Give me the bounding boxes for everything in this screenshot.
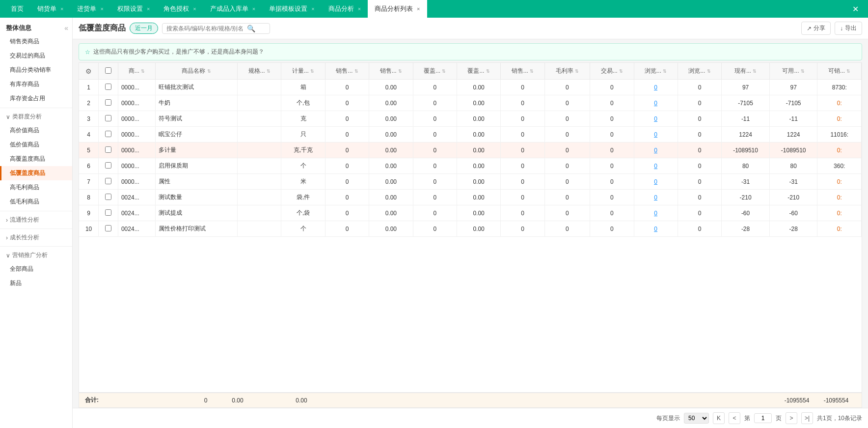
cell-view1[interactable]: 0 (634, 205, 678, 221)
cell-view1[interactable]: 0 (634, 95, 678, 111)
cell-view1[interactable]: 0 (634, 158, 678, 174)
nav-template-settings[interactable]: 单据模板设置 × (262, 0, 321, 18)
sidebar-item-all-goods[interactable]: 全部商品 (0, 262, 72, 276)
select-all-checkbox[interactable] (105, 67, 111, 74)
sidebar-group-marketing[interactable]: ∨ 营销推广分析 (0, 249, 72, 262)
cell-view1[interactable]: 0 (634, 143, 678, 158)
sidebar-collapse-button[interactable]: « (64, 24, 68, 32)
nav-product-analysis-list[interactable]: 商品分析列表 × (368, 0, 427, 18)
cell-checkbox[interactable] (99, 111, 118, 127)
cell-code: 0024... (118, 221, 155, 237)
nav-product-analysis[interactable]: 商品分析 × (322, 0, 368, 18)
sidebar-group-growth[interactable]: › 成长性分析 (0, 231, 72, 244)
cell-view1[interactable]: 0 (634, 221, 678, 237)
period-button[interactable]: 近一月 (130, 23, 158, 34)
last-page-button[interactable]: >| (801, 412, 813, 424)
col-stock3[interactable]: 可销... ⇅ (817, 63, 862, 80)
sidebar-item-low-value[interactable]: 低价值商品 (0, 138, 72, 152)
sidebar-item-category-rate[interactable]: 商品分类动销率 (0, 63, 72, 77)
prev-page-button[interactable]: < (729, 412, 740, 424)
page-size-select[interactable]: 50 100 200 (684, 413, 709, 424)
search-input[interactable] (166, 25, 245, 32)
sidebar-item-high-margin[interactable]: 高毛利商品 (0, 180, 72, 195)
cell-checkbox[interactable] (99, 158, 118, 174)
export-button[interactable]: ↓ 导出 (835, 22, 862, 35)
sidebar-item-new-goods[interactable]: 新品 (0, 276, 72, 290)
col-stock2[interactable]: 可用... ⇅ (769, 63, 817, 80)
col-trade[interactable]: 交易... ⇅ (590, 63, 634, 80)
sidebar-item-capital[interactable]: 库存资金占用 (0, 91, 72, 106)
close-product-analysis-icon[interactable]: × (358, 0, 361, 18)
settings-gear-icon[interactable]: ⚙ (85, 67, 92, 75)
sidebar-item-in-stock[interactable]: 有库存商品 (0, 77, 72, 91)
col-cov2[interactable]: 覆盖... ⇅ (457, 63, 500, 80)
col-sales-qty[interactable]: 销售... ⇅ (325, 63, 369, 80)
cell-checkbox[interactable] (99, 95, 118, 111)
nav-permissions[interactable]: 权限设置 × (110, 0, 157, 18)
sidebar-item-low-margin[interactable]: 低毛利商品 (0, 195, 72, 209)
col-code[interactable]: 商... ⇅ (118, 63, 155, 80)
next-page-button[interactable]: > (786, 412, 797, 424)
cell-view1[interactable]: 0 (634, 80, 678, 95)
close-role-auth-icon[interactable]: × (193, 0, 196, 18)
cell-view1[interactable]: 0 (634, 190, 678, 205)
page-number-input[interactable] (754, 413, 772, 423)
cell-checkbox[interactable] (99, 80, 118, 95)
content-header: 低覆盖度商品 近一月 🔍 ↗ 分享 ↓ 导出 (73, 18, 868, 39)
col-view1[interactable]: 浏览... ⇅ (634, 63, 678, 80)
cell-view1[interactable]: 0 (634, 111, 678, 127)
nav-sales-order[interactable]: 销货单 × (30, 0, 70, 18)
cell-checkbox[interactable] (99, 174, 118, 190)
col-cov1[interactable]: 覆盖... ⇅ (413, 63, 457, 80)
cell-stock1: -60 (722, 205, 770, 221)
cell-sales-amt: 0.00 (369, 158, 413, 174)
nav-purchase-order[interactable]: 进货单 × (70, 0, 110, 18)
share-button[interactable]: ↗ 分享 (801, 22, 831, 35)
cell-sales-amt: 0.00 (369, 190, 413, 205)
close-permissions-icon[interactable]: × (147, 0, 150, 18)
cell-code: 0000... (118, 80, 155, 95)
cell-sales-amt: 0.00 (369, 111, 413, 127)
sidebar-item-low-coverage[interactable]: 低覆盖度商品 (0, 166, 72, 180)
col-view2[interactable]: 浏览... ⇅ (678, 63, 721, 80)
cell-trade: 0 (590, 190, 634, 205)
nav-role-auth[interactable]: 角色授权 × (157, 0, 203, 18)
col-name[interactable]: 商品名称 ⇅ (156, 63, 238, 80)
sidebar-group-liquidity[interactable]: › 流通性分析 (0, 213, 72, 227)
col-margin[interactable]: 毛利率 ⇅ (544, 63, 590, 80)
first-page-button[interactable]: K (713, 412, 725, 424)
close-purchase-order-icon[interactable]: × (100, 0, 103, 18)
col-spec[interactable]: 规格... ⇅ (238, 63, 281, 80)
sidebar-item-traded-goods[interactable]: 交易过的商品 (0, 49, 72, 63)
cell-code: 0000... (118, 111, 155, 127)
info-banner: ☆ 这些商品只有很少客户购买过，是推广不够，还是商品本身问题？ (79, 43, 862, 60)
col-settings[interactable]: ⚙ (79, 63, 99, 80)
col-checkbox[interactable] (99, 63, 118, 80)
cell-view1[interactable]: 0 (634, 127, 678, 143)
sidebar-item-sales-goods[interactable]: 销售类商品 (0, 34, 72, 49)
cell-unit: 箱 (281, 80, 325, 95)
close-product-inbound-icon[interactable]: × (252, 0, 255, 18)
cell-name: 测试数量 (156, 190, 238, 205)
cell-checkbox[interactable] (99, 127, 118, 143)
close-product-analysis-list-icon[interactable]: × (417, 0, 420, 18)
close-sales-order-icon[interactable]: × (60, 0, 63, 18)
cell-checkbox[interactable] (99, 205, 118, 221)
cell-checkbox[interactable] (99, 143, 118, 158)
close-template-settings-icon[interactable]: × (311, 0, 314, 18)
sidebar-item-high-coverage[interactable]: 高覆盖度商品 (0, 152, 72, 166)
sidebar-group-category-analysis[interactable]: ∨ 类群度分析 (0, 110, 72, 123)
col-stock1[interactable]: 现有... ⇅ (722, 63, 770, 80)
cell-spec (238, 80, 281, 95)
nav-product-inbound[interactable]: 产成品入库单 × (203, 0, 262, 18)
cell-view1[interactable]: 0 (634, 174, 678, 190)
nav-home[interactable]: 首页 (4, 0, 30, 18)
col-unit[interactable]: 计量... ⇅ (281, 63, 325, 80)
sidebar-item-high-value[interactable]: 高价值商品 (0, 123, 72, 138)
col-sales-days[interactable]: 销售... ⇅ (501, 63, 544, 80)
cell-checkbox[interactable] (99, 190, 118, 205)
cell-checkbox[interactable] (99, 221, 118, 237)
col-sales-amt[interactable]: 销售... ⇅ (369, 63, 413, 80)
window-close-button[interactable]: ✕ (846, 0, 864, 18)
search-icon[interactable]: 🔍 (247, 25, 255, 32)
